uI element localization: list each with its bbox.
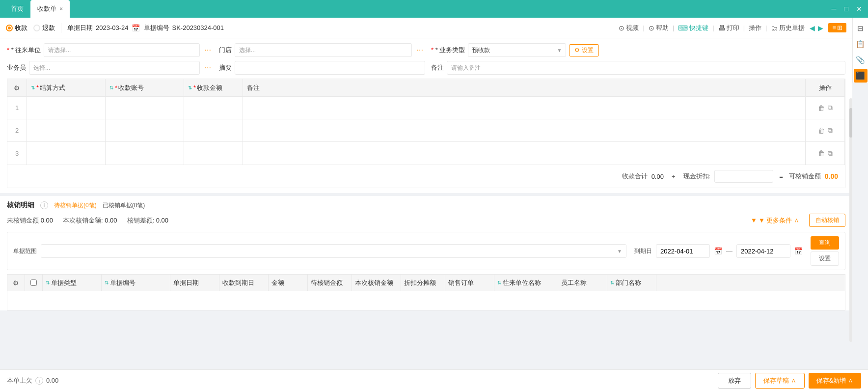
staff-input[interactable]: 选择...: [29, 61, 200, 75]
minimize-button[interactable]: ─: [830, 5, 839, 13]
next-arrow[interactable]: ▶: [817, 24, 824, 32]
date-to-input[interactable]: 2022-04-12: [736, 244, 790, 258]
video-action[interactable]: ⊙ 视频: [619, 24, 639, 32]
copy-icon-2[interactable]: ⧉: [828, 126, 833, 135]
op-cell-2: 🗑 ⧉: [806, 119, 845, 141]
staff-more-icon[interactable]: ···: [203, 63, 213, 72]
remark-cell-1[interactable]: [243, 97, 806, 119]
bottom-table-header: ⚙ ⇅ 单据类型 ⇅ 单据编号 单据日期 收款到期日 金额: [7, 274, 845, 291]
biz-type-select[interactable]: 预收款 ▼: [468, 43, 566, 57]
receipt-radio[interactable]: 收款: [6, 24, 27, 32]
done-tab[interactable]: 已核销单据(0笔): [103, 201, 145, 210]
copy-icon-3[interactable]: ⧉: [828, 149, 833, 158]
toolbar-actions: ⊙ 视频 | ⊙ 帮助 | ⌨ 快捷键 | 🖶 打印 | 操作 |: [619, 23, 846, 32]
bth-discount: 折扣分摊额: [401, 275, 445, 291]
amount-cell-3[interactable]: [184, 142, 243, 165]
select-all-checkbox[interactable]: [30, 279, 37, 286]
sort-icon: ⇅: [31, 85, 35, 90]
th-settings[interactable]: ⚙: [7, 79, 27, 96]
scrollbar[interactable]: [849, 98, 852, 342]
remark-input[interactable]: 请输入备注: [447, 61, 845, 75]
gear-icon: ⚙: [14, 84, 20, 92]
bth-settings[interactable]: ⚙: [7, 275, 25, 291]
right-sidebar: ⊟ 📋 📎 ⬛: [852, 18, 868, 83]
docnum-field: 单据编号 SK-20230324-001: [144, 24, 224, 32]
scroll-thumb[interactable]: [849, 108, 852, 138]
discount-input[interactable]: [714, 170, 773, 183]
sort-num-icon: ⇅: [105, 280, 108, 285]
prev-arrow[interactable]: ◀: [809, 24, 816, 32]
partner-more-icon[interactable]: ···: [203, 46, 213, 55]
delete-icon-3[interactable]: 🗑: [818, 149, 825, 157]
abandon-button[interactable]: 放弃: [718, 373, 751, 389]
shortcut-action[interactable]: ⌨ 快捷键: [678, 24, 708, 32]
shop-more-icon[interactable]: ···: [415, 46, 425, 55]
bth-type: ⇅ 单据类型: [43, 275, 102, 291]
remark-cell-3[interactable]: [243, 142, 806, 165]
summary-input[interactable]: [235, 61, 425, 75]
date-from-input[interactable]: 2022-04-01: [656, 244, 710, 258]
main-form: * 往来单位 请选择... ··· 门店 选择... ··· * 业务类型 预收…: [0, 38, 852, 196]
form-row-2: 业务员 选择... ··· 摘要 备注 请输入备注: [7, 61, 845, 75]
sidebar-frame-icon[interactable]: ⬛: [854, 69, 868, 83]
shortcut-icon: ⌨: [678, 24, 688, 32]
refund-radio[interactable]: 退款: [33, 24, 55, 32]
help-action[interactable]: ⊙ 帮助: [649, 24, 669, 32]
operation-action[interactable]: 操作: [749, 24, 761, 32]
range-select[interactable]: ▼: [41, 244, 626, 258]
filter-buttons: 查询 设置: [811, 236, 839, 266]
settings-button[interactable]: ⚙ 设置: [569, 44, 598, 56]
date-from-cal-icon[interactable]: 📅: [714, 247, 722, 255]
delete-icon-1[interactable]: 🗑: [818, 104, 825, 112]
amount-cell-1[interactable]: [184, 97, 243, 119]
date-to-cal-icon[interactable]: 📅: [794, 247, 803, 255]
shop-input[interactable]: 选择...: [235, 43, 412, 57]
tab-receipts[interactable]: 收款单 ×: [30, 0, 70, 18]
remark-cell-2[interactable]: [243, 119, 806, 141]
account-cell-2[interactable]: [106, 119, 184, 141]
layout-button[interactable]: ≡ ⊞: [828, 23, 846, 32]
jiesuan-cell-1[interactable]: [27, 97, 106, 119]
jiesuan-cell-3[interactable]: [27, 142, 106, 165]
sort-dept-icon: ⇅: [610, 280, 614, 285]
sidebar-list-icon[interactable]: 📋: [854, 37, 868, 51]
table-body: 1 🗑 ⧉ 2 🗑: [7, 96, 845, 165]
bth-pending: 待核销金额: [308, 275, 352, 291]
close-button[interactable]: ✕: [854, 5, 864, 13]
filter-setting-button[interactable]: 设置: [811, 251, 839, 266]
hexiao-header: 核销明细 i 待核销单据(0笔) 已核销单据(0笔): [7, 201, 845, 210]
tab-bar: 首页 收款单 × ─ □ ✕: [0, 0, 868, 18]
tab-home[interactable]: 首页: [4, 0, 30, 18]
bench-info-icon[interactable]: i: [35, 377, 43, 385]
print-action[interactable]: 🖶 打印: [718, 24, 739, 32]
bth-checkbox[interactable]: [25, 275, 43, 291]
hexiao-section: 核销明细 i 待核销单据(0笔) 已核销单据(0笔) 未核销金额 0.00 本次…: [0, 196, 852, 310]
query-button[interactable]: 查询: [811, 236, 839, 250]
calendar-icon[interactable]: 📅: [132, 24, 140, 32]
pending-tab[interactable]: 待核销单据(0笔): [54, 201, 97, 210]
delete-icon-2[interactable]: 🗑: [818, 127, 825, 135]
account-cell-1[interactable]: [106, 97, 184, 119]
bth-date: 单据日期: [170, 275, 219, 291]
tab-close-icon[interactable]: ×: [59, 5, 63, 12]
sidebar-table-icon[interactable]: ⊟: [854, 22, 868, 35]
save-new-button[interactable]: 保存&新增 ∧: [809, 373, 861, 389]
footer-buttons: 放弃 保存草稿 ∧ 保存&新增 ∧: [718, 373, 861, 389]
draft-button[interactable]: 保存草稿 ∧: [755, 373, 805, 389]
table-row: 2 🗑 ⧉: [7, 119, 845, 142]
more-conditions-button[interactable]: ▼ ▼ 更多条件 ∧: [751, 216, 799, 225]
auto-hexiao-button[interactable]: 自动核销: [809, 214, 845, 227]
receipt-table: ⚙ ⇅ * 结算方式 ⇅ * 收款账号 ⇅ * 收款金额: [7, 79, 845, 165]
amount-cell-2[interactable]: [184, 119, 243, 141]
history-action[interactable]: 🗂 历史单据: [771, 24, 805, 32]
account-cell-3[interactable]: [106, 142, 184, 165]
maximize-button[interactable]: □: [842, 5, 850, 13]
hexiao-info-icon[interactable]: i: [40, 201, 48, 209]
copy-icon-1[interactable]: ⧉: [828, 104, 833, 112]
partner-input[interactable]: 请选择...: [44, 43, 199, 57]
bth-dept: ⇅ 部门名称: [607, 275, 656, 291]
jiesuan-cell-2[interactable]: [27, 119, 106, 141]
sidebar-attach-icon[interactable]: 📎: [854, 53, 868, 67]
toolbar: 收款 退款 单据日期 2023-03-24 📅 单据编号 SK-20230324…: [0, 18, 852, 38]
table-row: 3 🗑 ⧉: [7, 142, 845, 165]
